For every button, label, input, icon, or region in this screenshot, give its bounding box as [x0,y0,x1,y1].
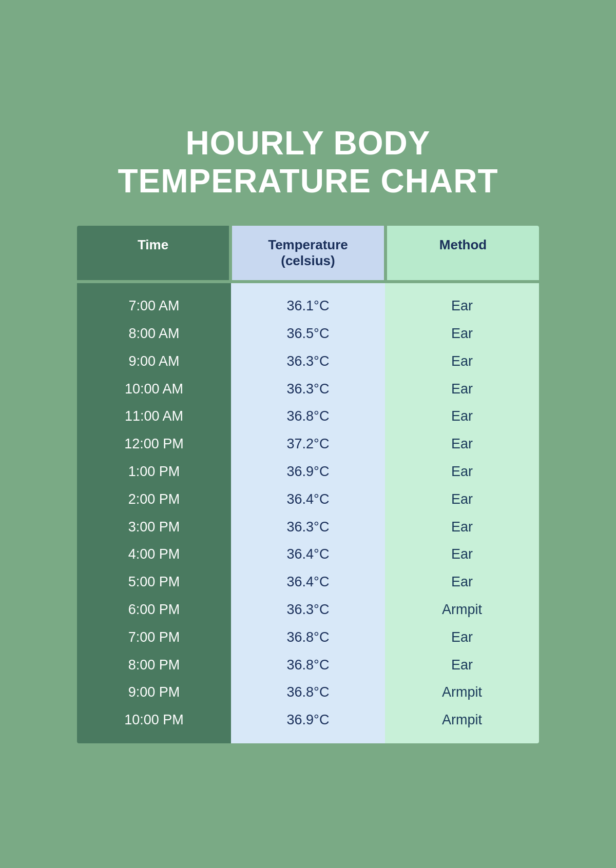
header-temperature: Temperature(celsius) [232,226,384,280]
table-row: Ear [451,292,473,320]
table-row: 36.4°C [287,486,330,514]
table-row: 36.3°C [287,348,330,376]
table-row: 5:00 PM [128,568,180,596]
table-row: 10:00 PM [124,706,184,734]
table-row: Armpit [442,679,482,706]
table-row: Ear [451,486,473,514]
table-row: 7:00 AM [128,292,179,320]
table-body: 7:00 AM8:00 AM9:00 AM10:00 AM11:00 AM12:… [77,283,539,743]
header-method: Method [387,226,539,280]
table-row: Ear [451,348,473,376]
page-title: HOURLY BODY TEMPERATURE CHART [118,125,498,200]
page-container: HOURLY BODY TEMPERATURE CHART Time Tempe… [0,0,616,868]
table-row: 36.4°C [287,541,330,568]
table-row: 36.3°C [287,514,330,541]
table-row: 10:00 AM [125,376,183,403]
table-row: 9:00 AM [128,348,179,376]
table-row: 36.1°C [287,292,330,320]
table-row: 1:00 PM [128,458,180,486]
table-row: 36.3°C [287,596,330,624]
table-row: Ear [451,624,473,652]
table-row: 8:00 AM [128,320,179,348]
table-row: 4:00 PM [128,541,180,568]
table-row: 11:00 AM [125,403,183,430]
table-row: 37.2°C [287,430,330,458]
table-row: 12:00 PM [124,430,184,458]
table-row: 36.8°C [287,624,330,652]
table-row: 36.4°C [287,568,330,596]
table-row: 8:00 PM [128,652,180,679]
table-row: Ear [451,458,473,486]
table-row: Ear [451,568,473,596]
table-row: 36.8°C [287,652,330,679]
column-time: 7:00 AM8:00 AM9:00 AM10:00 AM11:00 AM12:… [77,283,231,743]
column-method: EarEarEarEarEarEarEarEarEarEarEarArmpitE… [385,283,539,743]
table-row: 3:00 PM [128,514,180,541]
table-row: 36.8°C [287,679,330,706]
table-row: Ear [451,514,473,541]
table-row: 7:00 PM [128,624,180,652]
table-row: 36.5°C [287,320,330,348]
table-row: 36.3°C [287,376,330,403]
table-row: Ear [451,652,473,679]
header-time: Time [77,226,229,280]
table-row: Ear [451,430,473,458]
temperature-table: Time Temperature(celsius) Method 7:00 AM… [77,226,539,743]
table-row: Ear [451,376,473,403]
table-row: 9:00 PM [128,679,180,706]
table-row: Ear [451,541,473,568]
table-row: 36.9°C [287,458,330,486]
table-row: Armpit [442,596,482,624]
table-header: Time Temperature(celsius) Method [77,226,539,280]
table-row: Ear [451,403,473,430]
table-row: Ear [451,320,473,348]
column-temperature: 36.1°C36.5°C36.3°C36.3°C36.8°C37.2°C36.9… [231,283,385,743]
table-row: 2:00 PM [128,486,180,514]
table-row: Armpit [442,706,482,734]
table-row: 36.9°C [287,706,330,734]
table-row: 6:00 PM [128,596,180,624]
table-row: 36.8°C [287,403,330,430]
